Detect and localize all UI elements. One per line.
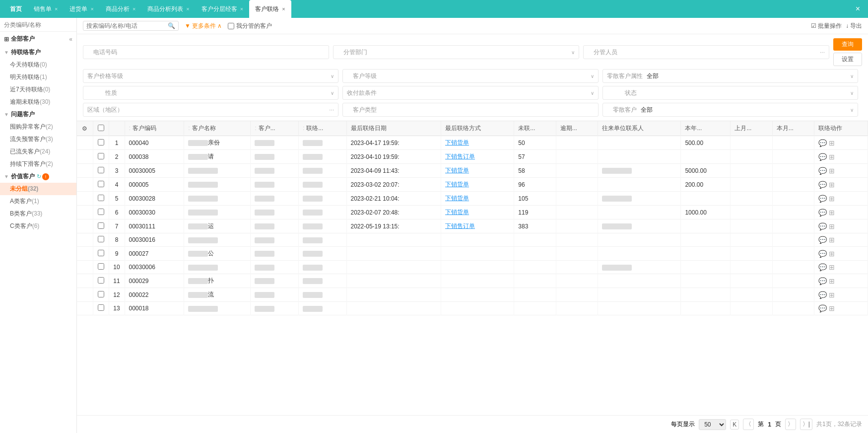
message-icon[interactable]: 💬 [818, 195, 827, 203]
grid-action-icon[interactable]: ⊞ [829, 195, 835, 203]
close-customer-contact-icon[interactable]: × [282, 6, 285, 12]
grid-action-icon[interactable]: ⊞ [829, 181, 835, 189]
filter-status[interactable]: 状态 ∨ [602, 86, 858, 100]
grid-action-icon[interactable]: ⊞ [829, 222, 835, 230]
message-icon[interactable]: 💬 [818, 250, 827, 258]
next-page-button[interactable]: 〉 [785, 419, 796, 430]
filter-more-button[interactable]: ▼ 更多条件 ∧ [185, 22, 222, 30]
sidebar-item-grade-c[interactable]: C类客户(6) [0, 220, 76, 232]
message-icon[interactable]: 💬 [818, 209, 827, 216]
cell-checkbox[interactable] [93, 178, 109, 192]
sidebar-search-input[interactable] [4, 21, 77, 28]
prev-page-button[interactable]: 〈 [743, 419, 754, 430]
close-purchase-icon[interactable]: × [90, 6, 93, 12]
sidebar-item-declining[interactable]: 持续下滑客户(2) [0, 158, 76, 170]
sidebar-item-churn-warning[interactable]: 流失预警客户(3) [0, 133, 76, 145]
cell-last-way[interactable]: 下销货单 [441, 164, 514, 178]
tab-sales[interactable]: 销售单 × [28, 0, 64, 18]
filter-customer-level[interactable]: 客户等级 ∨ [342, 69, 598, 83]
sidebar-item-abnormal[interactable]: 囤购异常客户(2) [0, 121, 76, 133]
grid-action-icon[interactable]: ⊞ [829, 236, 835, 244]
phone-input[interactable] [121, 49, 325, 56]
row-checkbox[interactable] [98, 304, 104, 311]
tab-customer-segment[interactable]: 客户分层经客 × [196, 0, 249, 18]
select-all-checkbox[interactable] [98, 125, 104, 131]
grid-action-icon[interactable]: ⊞ [829, 304, 835, 312]
cell-last-way[interactable]: 下销售订单 [441, 150, 514, 164]
message-icon[interactable]: 💬 [818, 291, 827, 299]
export-button[interactable]: ↓ 导出 [846, 22, 862, 30]
row-checkbox[interactable] [98, 236, 104, 242]
row-checkbox[interactable] [98, 139, 104, 145]
grid-action-icon[interactable]: ⊞ [829, 209, 835, 216]
row-checkbox[interactable] [98, 291, 104, 297]
message-icon[interactable]: 💬 [818, 236, 827, 244]
cell-last-way[interactable]: 下销货单 [441, 192, 514, 206]
cell-last-way[interactable]: 下销货单 [441, 206, 514, 219]
sidebar-all-customers[interactable]: ⊞ 全部客户 « [0, 32, 76, 46]
th-setting[interactable]: ⚙ [77, 121, 93, 136]
sidebar-item-ungraded[interactable]: 未分组(32) [0, 183, 76, 195]
row-checkbox[interactable] [98, 250, 104, 256]
grid-action-icon[interactable]: ⊞ [829, 277, 835, 285]
cell-checkbox[interactable] [93, 288, 109, 302]
tab-home[interactable]: 首页 [4, 0, 28, 18]
close-customer-segment-icon[interactable]: × [240, 6, 243, 12]
row-checkbox[interactable] [98, 167, 104, 173]
query-button[interactable]: 查询 [833, 38, 862, 51]
filter-my-customers[interactable]: 我分管的客户 [228, 22, 272, 30]
filter-department[interactable]: 分管部门 ∨ [333, 45, 579, 59]
grid-action-icon[interactable]: ⊞ [829, 291, 835, 299]
cell-checkbox[interactable] [93, 206, 109, 219]
page-size-select[interactable]: 50 100 200 [699, 419, 726, 430]
filter-price-level[interactable]: 客户价格等级 ∨ [83, 69, 338, 83]
cell-checkbox[interactable] [93, 150, 109, 164]
sidebar-item-week-pending[interactable]: 近7天待联络(0) [0, 83, 76, 96]
close-product-analysis-list-icon[interactable]: × [186, 6, 189, 12]
tab-purchase[interactable]: 进货单 × [64, 0, 99, 18]
message-icon[interactable]: 💬 [818, 277, 827, 285]
cell-last-way[interactable] [441, 302, 514, 315]
message-icon[interactable]: 💬 [818, 167, 827, 175]
first-page-button[interactable]: K [730, 420, 739, 430]
refresh-icon[interactable]: ↻ [37, 173, 41, 180]
row-checkbox[interactable] [98, 209, 104, 215]
cell-checkbox[interactable] [93, 219, 109, 233]
cell-last-way[interactable] [441, 288, 514, 302]
sidebar-item-today-pending[interactable]: 今天待联络(0) [0, 59, 76, 71]
filter-nature[interactable]: 性质 ∨ [83, 86, 338, 100]
batch-ops-button[interactable]: ☑ 批量操作 [811, 22, 842, 30]
cell-checkbox[interactable] [93, 233, 109, 247]
last-page-button[interactable]: 〉| [800, 419, 812, 430]
message-icon[interactable]: 💬 [818, 181, 827, 189]
tab-product-analysis[interactable]: 商品分析 × [100, 0, 141, 18]
row-checkbox[interactable] [98, 195, 104, 201]
grid-action-icon[interactable]: ⊞ [829, 153, 835, 161]
main-search-icon[interactable]: 🔍 [168, 22, 175, 29]
message-icon[interactable]: 💬 [818, 153, 827, 161]
th-checkbox[interactable] [93, 121, 109, 136]
close-sales-icon[interactable]: × [55, 6, 58, 12]
cell-checkbox[interactable] [93, 302, 109, 315]
grid-action-icon[interactable]: ⊞ [829, 139, 835, 147]
cell-checkbox[interactable] [93, 247, 109, 261]
sidebar-item-grade-a[interactable]: A类客户(1) [0, 195, 76, 208]
cell-last-way[interactable]: 下销货单 [441, 136, 514, 150]
cell-last-way[interactable] [441, 261, 514, 274]
grid-action-icon[interactable]: ⊞ [829, 250, 835, 258]
sidebar-item-churned[interactable]: 已流失客户(24) [0, 145, 76, 158]
sidebar-item-tomorrow-pending[interactable]: 明天待联络(1) [0, 71, 76, 83]
filter-retail-attr[interactable]: 零散客户属性 全部 ∨ [602, 69, 858, 83]
row-checkbox[interactable] [98, 181, 104, 187]
close-product-analysis-icon[interactable]: × [133, 6, 135, 12]
row-checkbox[interactable] [98, 153, 104, 159]
window-close-button[interactable]: × [852, 4, 864, 13]
message-icon[interactable]: 💬 [818, 304, 827, 312]
sidebar-group-pending[interactable]: ▼ 待联络客户 [0, 46, 76, 59]
cell-last-way[interactable] [441, 247, 514, 261]
row-checkbox[interactable] [98, 263, 104, 270]
main-search-input[interactable] [86, 22, 166, 29]
sidebar-item-overdue-pending[interactable]: 逾期未联络(30) [0, 96, 76, 108]
row-checkbox[interactable] [98, 277, 104, 284]
row-checkbox[interactable] [98, 222, 104, 229]
